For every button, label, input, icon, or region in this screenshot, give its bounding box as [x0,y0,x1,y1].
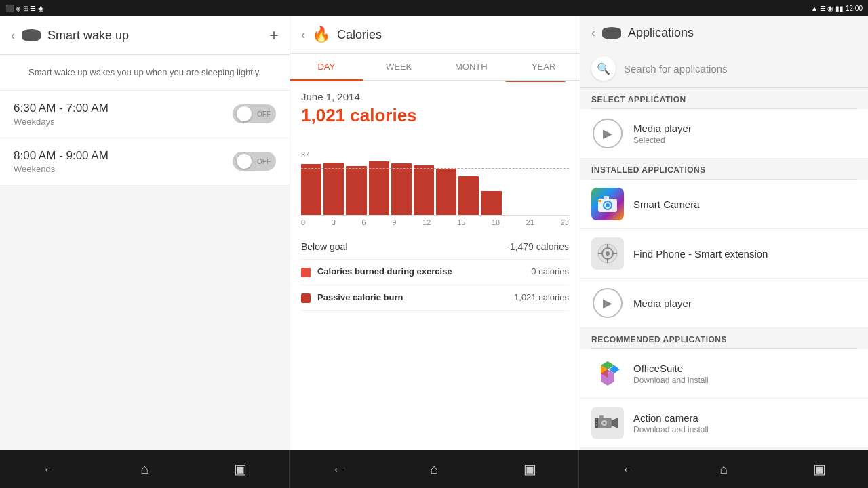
calories-amount: 1,021 calories [301,105,417,126]
svg-rect-24 [596,422,597,423]
nav-back-3[interactable]: ← [616,456,640,483]
search-icon: 🔍 [591,56,616,81]
app-icon-media-player: ▶ [591,287,624,319]
nav-recent-1[interactable]: ▣ [229,455,252,483]
chart-area: 87 0 3 6 9 12 15 18 21 23 [301,145,569,226]
legend-row-exercise: Calories burned during exercise 0 calori… [301,260,569,285]
svg-point-7 [606,251,610,256]
app-info-find-phone: Find Phone - Smart extension [633,248,768,260]
panel1-description: Smart wake up wakes you up when you are … [0,55,290,91]
alarm-item-2[interactable]: 8:00 AM - 9:00 AM Weekends OFF [0,138,290,186]
app-item-selected[interactable]: ▶ Media player Selected [580,109,868,159]
svg-rect-3 [604,196,609,199]
app-item-media-player[interactable]: ▶ Media player [580,279,868,328]
app-subtitle-officesuite: Download and install [633,375,709,385]
app-icon-media-player-selected: ▶ [591,117,624,150]
bar-1 [323,163,344,215]
panel1-back-chevron[interactable]: ‹ [11,28,15,43]
alarm-info-1: 6:30 AM - 7:00 AM Weekdays [14,102,108,127]
panel2-header: ‹ 🔥 Calories [290,16,580,54]
alarm-time-2: 8:00 AM - 9:00 AM [14,149,108,163]
svg-rect-25 [596,424,597,426]
status-bar-left: ⬛ ◈ ⊞ ☰ ◉ [5,5,44,12]
nav-back-1[interactable]: ← [37,456,61,483]
nav-recent-3[interactable]: ▣ [808,455,831,483]
tab-day[interactable]: DAY [290,54,363,80]
app-info-action-camera: Action camera Download and install [633,412,709,434]
nav-back-2[interactable]: ← [326,456,351,483]
x-label-15: 15 [457,218,465,226]
app-item-find-phone[interactable]: Find Phone - Smart extension [580,229,868,279]
smart-camera-svg [597,193,618,215]
add-alarm-button[interactable]: + [269,26,279,45]
navigation-bar: ← ⌂ ▣ ← ⌂ ▣ ← ⌂ ▣ [0,450,868,488]
play-circle-icon: ▶ [593,288,623,318]
flame-icon: 🔥 [312,26,330,43]
officesuite-svg [594,360,621,387]
panel3-header: ‹ Applications [580,16,868,49]
alarm-days-2: Weekends [14,164,108,174]
panel1-header-left: ‹ Smart wake up [11,28,129,43]
tab-month[interactable]: MONTH [435,54,508,80]
panel-smart-wake-up: ‹ Smart wake up + Smart wake up wakes yo… [0,16,290,450]
panel3-title: Applications [628,26,694,40]
svg-rect-4 [598,200,601,202]
recommended-apps-label: RECOMMENDED APPLICATIONS [580,328,868,348]
tab-year[interactable]: YEAR [507,54,580,80]
alarm-item-1[interactable]: 6:30 AM - 7:00 AM Weekdays OFF [0,91,290,138]
x-label-21: 21 [526,218,534,226]
panel1-header: ‹ Smart wake up + [0,16,290,55]
app-icon-smart-camera [591,188,624,220]
wake-up-icon [22,29,41,41]
x-label-9: 9 [392,218,396,226]
legend-row-passive: Passive calorie burn 1,021 calories [301,285,569,311]
calories-date: June 1, 2014 [301,91,417,102]
app-icon-action-camera [591,407,624,439]
search-bar[interactable]: 🔍 Search for applications [580,49,868,88]
bar-8 [481,191,501,215]
tab-week[interactable]: WEEK [363,54,435,80]
legend-label-passive: Passive calorie burn [317,292,403,304]
bar-6 [436,169,456,215]
bar-3 [369,161,389,215]
below-goal-label: Below goal [301,241,348,252]
toggle-knob-1 [237,106,252,121]
x-label-12: 12 [422,218,431,226]
nav-home-3[interactable]: ⌂ [714,456,733,483]
panel2-back-chevron[interactable]: ‹ [301,28,305,42]
chart-x-labels: 0 3 6 9 12 15 18 21 23 [301,218,569,226]
status-icons-left: ⬛ ◈ ⊞ ☰ ◉ [5,5,44,12]
nav-home-1[interactable]: ⌂ [135,456,154,483]
app-info-officesuite: OfficeSuite Download and install [633,363,709,385]
main-content: ‹ Smart wake up + Smart wake up wakes yo… [0,16,868,450]
app-icon-find-phone [591,237,624,270]
status-bar: ⬛ ◈ ⊞ ☰ ◉ ▲ ☰ ◉ ▮▮ 12:00 [0,0,868,16]
find-phone-svg [595,241,620,266]
action-camera-svg [595,411,620,435]
alarm-toggle-1[interactable]: OFF [233,104,276,123]
svg-point-2 [606,203,610,207]
nav-recent-2[interactable]: ▣ [518,455,542,483]
alarm-days-1: Weekdays [14,117,108,127]
app-name-smart-camera: Smart Camera [633,199,700,210]
app-item-smart-camera[interactable]: Smart Camera [580,180,868,229]
app-item-action-camera[interactable]: Action camera Download and install [580,399,868,448]
alarm-time-1: 6:30 AM - 7:00 AM [14,102,108,115]
alarm-toggle-2[interactable]: OFF [233,152,276,171]
app-info-media-player: Media player [633,298,692,309]
below-goal-value: -1,479 calories [507,241,569,252]
x-label-23: 23 [561,218,569,226]
x-label-3: 3 [332,218,336,226]
nav-panel-2: ← ⌂ ▣ [290,450,579,488]
legend-value-passive: 1,021 calories [514,292,569,302]
search-placeholder: Search for applications [624,63,728,75]
toggle-knob-2 [237,154,252,169]
panel3-back-chevron[interactable]: ‹ [591,26,595,40]
app-name-officesuite: OfficeSuite [633,363,709,374]
app-item-officesuite[interactable]: OfficeSuite Download and install [580,349,868,399]
apps-icon [602,27,621,39]
panel2-title: Calories [337,28,382,42]
bar-5 [414,165,434,215]
app-name-media-player: Media player [633,298,692,309]
nav-home-2[interactable]: ⌂ [425,456,443,483]
